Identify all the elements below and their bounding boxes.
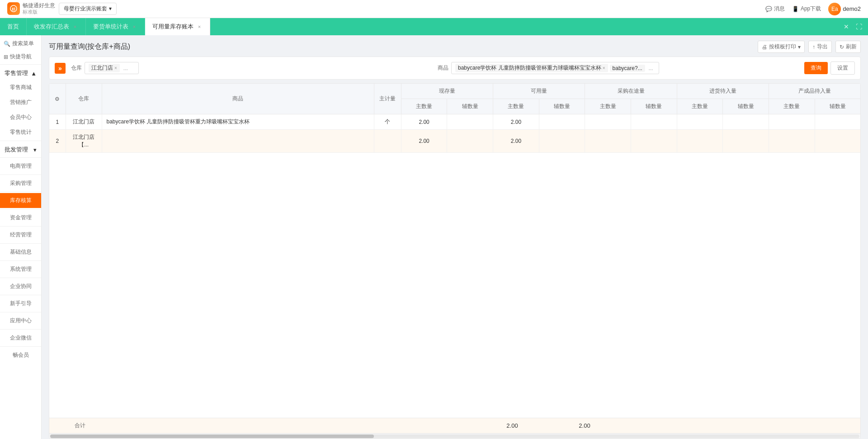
sidebar-item-chang-member[interactable]: 畅会员 (0, 348, 41, 363)
tab-available-stock[interactable]: 可用量库存账本 × (145, 18, 210, 35)
phone-icon: 📱 (792, 6, 799, 12)
cell-main-unit: 个 (374, 114, 401, 130)
logo-text-block: 畅捷通好生意 标准版 (23, 2, 55, 15)
th-purchase-main-qty: 主数量 (585, 99, 631, 114)
sidebar-divider-5 (0, 192, 41, 192)
content-area: 可用量查询(按仓库+商品) 🖨 按模板打印 ▾ ↑ 导出 ↻ 刷新 » (42, 35, 868, 439)
sidebar-divider-6 (0, 209, 41, 209)
th-warehouse: 仓库 (66, 84, 102, 114)
cell-purchase-main (585, 130, 631, 153)
user-area[interactable]: Ea demo2 (828, 3, 861, 15)
sidebar-item-retail-stats[interactable]: 零售统计 (0, 125, 41, 140)
wholesale-label: 批发管理 (5, 146, 28, 154)
cell-avail-main: 2.00 (493, 130, 539, 153)
tab-close-all-btn[interactable]: ✕ (841, 21, 852, 32)
message-btn[interactable]: 💬 消息 (765, 5, 785, 13)
product-ellipsis[interactable]: ... (647, 65, 655, 71)
chevron-down-icon: ▾ (109, 5, 112, 12)
table-scroll[interactable]: ⚙ 仓库 商品 主计量 现存量 (49, 84, 860, 418)
settings-icon[interactable]: ⚙ (55, 96, 60, 102)
product-input[interactable]: babycare学饮杯 儿童防摔防撞吸管杯重力球吸嘴杯宝宝水杯 × babyca… (451, 62, 659, 74)
cell-import-aux (723, 130, 769, 153)
table-row: 1 江北门店 babycare学饮杯 儿童防摔防撞吸管杯重力球吸嘴杯宝宝水杯 个… (49, 114, 860, 130)
sidebar-item-enterprise[interactable]: 企业协同 (0, 279, 41, 294)
filter-actions: 查询 设置 (804, 61, 855, 75)
template-print-label: 按模板打印 (769, 43, 796, 51)
sidebar-group-retail[interactable]: 零售管理 ▲ (0, 66, 41, 80)
sidebar-item-ecommerce[interactable]: 电商管理 (0, 159, 41, 174)
sidebar-item-apps[interactable]: 应用中心 (0, 313, 41, 328)
tab-income-expense[interactable]: 收发存汇总表 × (27, 18, 86, 35)
sidebar-item-finance[interactable]: 资金管理 (0, 210, 41, 225)
scrollbar-track[interactable] (50, 434, 859, 438)
product-tag-1-close[interactable]: × (603, 66, 605, 71)
sidebar-item-system[interactable]: 系统管理 (0, 262, 41, 277)
message-label: 消息 (774, 5, 785, 13)
cell-prod-main (769, 130, 815, 153)
tab-purchase-stats-label: 要货单统计表 (93, 23, 128, 31)
sidebar-item-basic-info[interactable]: 基础信息 (0, 245, 41, 260)
th-avail-aux-qty: 辅数量 (539, 99, 585, 114)
warehouse-tag: 江北门店 × (89, 64, 120, 72)
export-label: 导出 (817, 43, 828, 51)
sidebar-item-guide[interactable]: 新手引导 (0, 296, 41, 311)
sidebar-item-marketing[interactable]: 营销推广 (0, 95, 41, 110)
page-header: 可用量查询(按仓库+商品) 🖨 按模板打印 ▾ ↑ 导出 ↻ 刷新 (42, 35, 868, 57)
cell-purchase-main (585, 114, 631, 130)
data-table: ⚙ 仓库 商品 主计量 现存量 (49, 84, 860, 153)
sidebar-item-wechat-work[interactable]: 企业微信 (0, 330, 41, 345)
tab-income-expense-close[interactable]: × (72, 24, 78, 30)
tab-maximize-btn[interactable]: ⛶ (854, 21, 864, 32)
cell-import-main (677, 114, 723, 130)
sidebar-item-operations[interactable]: 经营管理 (0, 227, 41, 242)
scrollbar-thumb[interactable] (50, 434, 374, 438)
logo-text: 畅捷通好生意 (23, 2, 55, 9)
product-tag-2: babycare?... (610, 65, 645, 72)
scrollbar-bar[interactable] (49, 433, 860, 439)
header-left: 好 畅捷通好生意 标准版 母婴行业演示账套 ▾ (7, 2, 117, 15)
tab-purchase-stats-close[interactable]: × (131, 24, 137, 30)
cell-index: 1 (49, 114, 66, 130)
sidebar-quick-nav[interactable]: ⊞ 快捷导航 (0, 50, 41, 63)
tab-home[interactable]: 首页 (0, 18, 27, 35)
sidebar-search-label: 搜索菜单 (12, 40, 34, 47)
sidebar-group-wholesale[interactable]: 批发管理 ▾ (0, 142, 41, 156)
warehouse-ellipsis[interactable]: ... (122, 65, 130, 71)
th-prod-main-qty: 主数量 (769, 99, 815, 114)
industry-selector[interactable]: 母婴行业演示账套 ▾ (59, 3, 117, 15)
table-row: 2 江北门店【... 2.00 2.00 (49, 130, 860, 153)
cell-warehouse: 江北门店【... (66, 130, 102, 153)
grid-icon: ⊞ (4, 54, 8, 60)
warehouse-input[interactable]: 江北门店 × ... (85, 62, 139, 74)
sidebar-quick-nav-label: 快捷导航 (10, 53, 32, 61)
th-import-aux-qty: 辅数量 (723, 99, 769, 114)
query-btn[interactable]: 查询 (804, 62, 828, 74)
sidebar-divider-8 (0, 243, 41, 244)
sidebar-item-inventory[interactable]: 库存核算 (0, 193, 41, 208)
cell-purchase-aux (631, 130, 677, 153)
th-purchase-aux-qty: 辅数量 (631, 99, 677, 114)
tab-income-expense-label: 收发存汇总表 (34, 23, 69, 31)
tab-available-stock-label: 可用量库存账本 (152, 23, 193, 31)
sidebar-divider-10 (0, 278, 41, 278)
chevron-up-icon: ▲ (31, 70, 37, 77)
refresh-btn[interactable]: ↻ 刷新 (835, 41, 861, 53)
filter-expand-btn[interactable]: » (55, 63, 66, 74)
template-print-btn[interactable]: 🖨 按模板打印 ▾ (758, 41, 805, 53)
sidebar-search[interactable]: 🔍 搜索菜单 (0, 35, 41, 50)
avatar: Ea (828, 3, 841, 15)
tab-available-stock-close[interactable]: × (196, 24, 203, 30)
tab-home-label: 首页 (7, 23, 19, 31)
sidebar-item-members[interactable]: 会员中心 (0, 110, 41, 125)
sidebar-item-purchase[interactable]: 采购管理 (0, 176, 41, 191)
warehouse-filter-label: 仓库 (71, 64, 82, 72)
app-download-btn[interactable]: 📱 App下载 (792, 5, 821, 13)
sidebar-item-retail-shop[interactable]: 零售商城 (0, 80, 41, 95)
settings-btn[interactable]: 设置 (830, 61, 855, 75)
warehouse-tag-close[interactable]: × (114, 66, 117, 71)
footer-stock-main: 2.00 (494, 422, 530, 429)
th-avail-main-qty: 主数量 (493, 99, 539, 114)
cell-stock-aux (447, 114, 493, 130)
tab-purchase-stats[interactable]: 要货单统计表 × (86, 18, 145, 35)
export-btn[interactable]: ↑ 导出 (808, 41, 832, 53)
